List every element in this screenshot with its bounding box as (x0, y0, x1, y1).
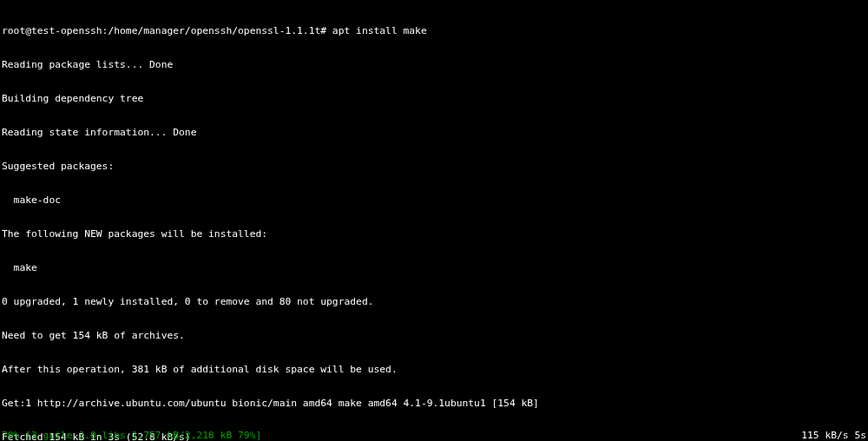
download-progress-bar: 70% [3 guile-2.0-libs 1,757 kB/2,218 kB … (0, 430, 868, 441)
output-line: Get:1 http://archive.ubuntu.com/ubuntu b… (2, 398, 866, 409)
output-line: The following NEW packages will be insta… (2, 228, 866, 240)
output-line: make (2, 262, 866, 273)
output-line: make-doc (2, 194, 866, 206)
output-line: Need to get 154 kB of archives. (2, 330, 866, 341)
output-line: Reading package lists... Done (2, 59, 866, 70)
shell-prompt: root@test-openssh:/home/manager/openssh/… (2, 25, 866, 36)
terminal-output[interactable]: root@test-openssh:/home/manager/openssh/… (0, 0, 868, 441)
output-line: Suggested packages: (2, 161, 866, 172)
output-line: Reading state information... Done (2, 127, 866, 138)
output-line: Building dependency tree (2, 93, 866, 104)
progress-right-text: 115 kB/s 5s (801, 430, 866, 441)
progress-left-text: 70% [3 guile-2.0-libs 1,757 kB/2,218 kB … (2, 430, 261, 441)
output-line: 0 upgraded, 1 newly installed, 0 to remo… (2, 296, 866, 307)
output-line: After this operation, 381 kB of addition… (2, 364, 866, 375)
